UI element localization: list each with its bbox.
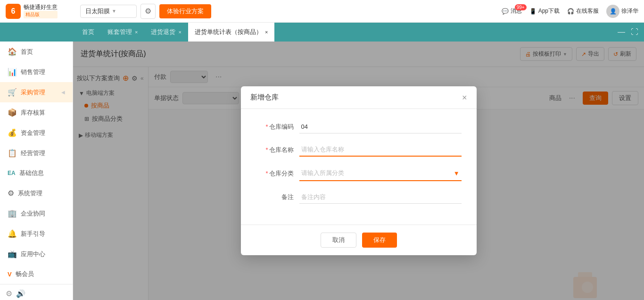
modal-overlay[interactable]: 新增仓库 × 仓库编码 仓库名称 仓库分类 [73,42,644,300]
category-select[interactable]: 请输入所属分类 ▼ [299,166,462,181]
main-layout: 🏠 首页 📊 销售管理 🛒 采购管理 ◀ 📦 库存核算 💰 资金管理 📋 经营管… [0,42,644,300]
remark-input[interactable] [299,191,462,204]
speaker-icon[interactable]: 🔊 [16,289,25,298]
avatar: 👤 [606,5,619,18]
app-download-label: App下载 [538,7,560,15]
sidebar-apps-label: 应用中心 [21,250,45,258]
modal-close-button[interactable]: × [462,93,467,102]
tab-home[interactable]: 首页 [75,23,101,42]
tab-accounts-label: 账套管理 [107,28,132,36]
sidebar-inventory-label: 库存核算 [21,108,45,117]
sidebar-item-guide[interactable]: 🔔 新手引导 [0,224,73,244]
sales-icon: 📊 [8,67,17,76]
system-icon: ⚙ [8,189,14,198]
modal-body: 仓库编码 仓库名称 仓库分类 请输入所属分类 ▼ [241,109,477,225]
message-badge: 99+ [515,4,527,10]
category-placeholder: 请输入所属分类 [301,169,344,177]
sidebar-member-label: 畅会员 [16,270,34,278]
app-logo: 6 [6,4,21,19]
sidebar-sales-label: 销售管理 [21,68,45,76]
top-header: 6 畅捷通好生意 精品版 日太阳膜 ▼ ⚙ 体验行业方案 💬 消息 99+ 📱 … [0,0,644,23]
tab-controls: — ⛶ [616,26,644,38]
code-label: 仓库编码 [256,123,294,131]
username-label: 徐泽华 [621,7,638,15]
sidebar-operation-label: 经营管理 [21,149,45,158]
sidebar-item-purchase[interactable]: 🛒 采购管理 ◀ [0,82,73,102]
tab-stats-label: 进货单统计表（按商品） [195,28,262,36]
sidebar-purchase-label: 采购管理 [21,88,45,97]
app-name: 畅捷通好生意 [24,4,58,11]
online-service-label: 在线客服 [576,7,599,15]
tab-maximize-button[interactable]: ⛶ [629,26,640,38]
sidebar-basic-label: 基础信息 [19,169,44,177]
tab-stats[interactable]: 进货单统计表（按商品） × [188,23,274,42]
tab-accounts-close[interactable]: × [135,29,138,35]
save-button[interactable]: 保存 [362,233,397,248]
settings-button[interactable]: ⚙ [140,4,156,19]
sidebar-guide-label: 新手引导 [21,230,45,238]
category-chevron-icon: ▼ [454,170,460,177]
category-label: 仓库分类 [256,169,294,178]
sidebar-item-system[interactable]: ⚙ 系统管理 [0,183,73,203]
sidebar-finance-label: 资金管理 [21,129,45,137]
sidebar-item-sales[interactable]: 📊 销售管理 [0,62,73,82]
tab-accounts[interactable]: 账套管理 × [101,23,144,42]
apps-icon: 📺 [8,250,17,258]
trial-button[interactable]: 体验行业方案 [159,4,211,18]
sidebar-item-home[interactable]: 🏠 首页 [0,42,73,62]
message-icon: 💬 [502,8,509,15]
purchase-icon: 🛒 [8,88,17,97]
app-version: 精品版 [24,11,58,18]
content-area: 进货单统计(按商品) 🖨 按模板打印 ▼ ↗ 导出 ↺ 刷新 [73,42,644,300]
message-button[interactable]: 💬 消息 99+ [502,7,522,15]
inventory-icon: 📦 [8,108,17,117]
tab-bar: 首页 账套管理 × 进货退货 × 进货单统计表（按商品） × — ⛶ [0,23,644,42]
member-icon: V [8,271,12,278]
code-input[interactable] [299,120,462,133]
modal-new-warehouse: 新增仓库 × 仓库编码 仓库名称 仓库分类 [241,86,477,255]
name-label: 仓库名称 [256,146,294,154]
sidebar-item-enterprise[interactable]: 🏢 企业协同 [0,203,73,224]
user-profile-button[interactable]: 👤 徐泽华 [606,5,638,18]
tab-purchase-return-close[interactable]: × [178,29,181,35]
form-row-name: 仓库名称 [256,143,462,157]
online-service-button[interactable]: 🎧 在线客服 [567,7,599,15]
guide-icon: 🔔 [8,229,17,238]
form-row-category: 仓库分类 请输入所属分类 ▼ [256,166,462,181]
mobile-icon: 📱 [529,8,537,15]
form-row-remark: 备注 [256,191,462,204]
sidebar-item-inventory[interactable]: 📦 库存核算 [0,102,73,123]
chevron-down-icon: ▼ [112,8,116,14]
enterprise-icon: 🏢 [8,209,17,218]
sidebar: 🏠 首页 📊 销售管理 🛒 采购管理 ◀ 📦 库存核算 💰 资金管理 📋 经营管… [0,42,73,300]
sidebar-system-label: 系统管理 [18,189,42,198]
name-input[interactable] [299,143,462,157]
sidebar-item-member[interactable]: V 畅会员 [0,264,73,284]
tab-purchase-return[interactable]: 进货退货 × [144,23,188,42]
form-row-code: 仓库编码 [256,120,462,133]
home-icon: 🏠 [8,47,17,56]
modal-footer: 取消 保存 [241,225,477,255]
tab-minimize-button[interactable]: — [616,26,627,38]
sidebar-item-basic[interactable]: EA 基础信息 [0,163,73,183]
cancel-button[interactable]: 取消 [321,233,356,248]
sidebar-arrow-icon: ◀ [61,90,65,95]
tab-home-label: 首页 [82,28,94,36]
tab-purchase-return-label: 进货退货 [151,28,175,36]
modal-title: 新增仓库 [250,93,279,102]
sidebar-item-operation[interactable]: 📋 经营管理 [0,143,73,163]
sidebar-item-finance[interactable]: 💰 资金管理 [0,123,73,143]
gear-icon: ⚙ [145,7,151,16]
sidebar-item-apps[interactable]: 📺 应用中心 [0,244,73,264]
settings-bottom-icon[interactable]: ⚙ [6,289,12,298]
finance-icon: 💰 [8,128,17,137]
sidebar-enterprise-label: 企业协同 [21,209,45,218]
header-right: 💬 消息 99+ 📱 App下载 🎧 在线客服 👤 徐泽华 [502,5,638,18]
store-selector[interactable]: 日太阳膜 ▼ [80,5,137,18]
tab-stats-close[interactable]: × [265,29,268,35]
modal-header: 新增仓库 × [241,86,477,109]
headset-icon: 🎧 [567,8,574,15]
remark-label: 备注 [256,193,294,201]
operation-icon: 📋 [8,149,17,158]
app-download-button[interactable]: 📱 App下载 [529,7,560,15]
